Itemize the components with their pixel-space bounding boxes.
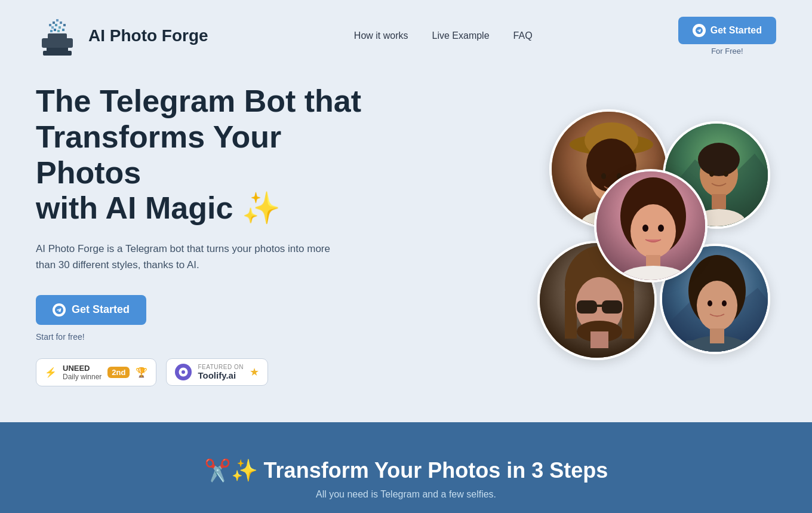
star-icon: ★	[250, 365, 259, 379]
steps-header: ✂️✨ Transform Your Photos in 3 Steps All…	[36, 458, 776, 500]
svg-rect-57	[710, 328, 724, 343]
svg-rect-3	[48, 33, 67, 41]
lightning-icon: ⚡	[45, 367, 57, 378]
svg-rect-12	[62, 29, 64, 31]
svg-rect-7	[60, 21, 62, 24]
svg-rect-44	[622, 291, 634, 339]
toolify-badge[interactable]: FEATURED ON Toolify.ai ★	[166, 358, 267, 386]
steps-section: ✂️✨ Transform Your Photos in 3 Steps All…	[0, 422, 812, 513]
hero-get-started-label: Get Started	[72, 303, 130, 316]
svg-point-32	[709, 171, 714, 177]
header-for-free: For Free!	[711, 47, 743, 56]
main-nav: How it works Live Example FAQ	[354, 30, 533, 41]
svg-rect-6	[56, 19, 59, 21]
logo-icon	[36, 12, 79, 60]
svg-rect-49	[597, 305, 602, 307]
trophy-icon: 🏆	[136, 367, 147, 378]
badges-area: ⚡ UNEED Daily winner 2nd 🏆 FEATURED ON T…	[36, 358, 394, 386]
telegram-icon-hero	[53, 303, 66, 317]
nav-how-it-works[interactable]: How it works	[354, 30, 408, 41]
svg-rect-9	[51, 26, 54, 29]
featured-on-label: FEATURED ON	[198, 364, 243, 370]
svg-rect-4	[49, 24, 51, 26]
header-get-started-button[interactable]: Get Started	[678, 17, 776, 44]
uneed-text: UNEED Daily winner	[63, 364, 102, 381]
nav-faq[interactable]: FAQ	[513, 30, 533, 41]
svg-rect-11	[59, 26, 61, 29]
svg-point-33	[724, 171, 728, 177]
toolify-brand-label: Toolify.ai	[198, 370, 243, 380]
uneed-badge[interactable]: ⚡ UNEED Daily winner 2nd 🏆	[36, 358, 156, 386]
svg-rect-8	[63, 24, 66, 26]
uneed-rank-badge: 2nd	[107, 367, 130, 378]
svg-point-39	[642, 225, 648, 232]
hero-left: The Telegram Bot that Transforms Your Ph…	[36, 84, 394, 386]
svg-rect-10	[55, 24, 57, 26]
uneed-brand-label: UNEED	[63, 364, 102, 373]
svg-rect-13	[50, 30, 53, 32]
hero-get-started-button[interactable]: Get Started	[36, 295, 146, 325]
telegram-icon-header	[693, 24, 706, 37]
hero-section: The Telegram Bot that Transforms Your Ph…	[0, 72, 812, 422]
svg-point-36	[630, 204, 676, 258]
svg-rect-48	[602, 300, 622, 314]
svg-rect-30	[712, 194, 726, 209]
hero-title-line3: with AI Magic ✨	[36, 191, 281, 225]
logo-area: AI Photo Forge	[36, 12, 208, 60]
steps-title: ✂️✨ Transform Your Photos in 3 Steps	[36, 458, 776, 483]
start-for-free-text: Start for free!	[36, 332, 394, 342]
header-cta: Get Started For Free!	[678, 17, 776, 56]
logo-title: AI Photo Forge	[88, 26, 208, 45]
hero-title-line2: Transforms Your Photos	[36, 119, 281, 190]
svg-point-58	[708, 300, 712, 306]
hero-title-line1: The Telegram Bot that	[36, 84, 361, 118]
header: AI Photo Forge How it works Live Example…	[0, 0, 812, 72]
svg-point-54	[697, 281, 737, 331]
svg-rect-14	[54, 29, 56, 31]
header-get-started-label: Get Started	[710, 25, 762, 36]
svg-point-24	[601, 173, 606, 179]
toolify-text: FEATURED ON Toolify.ai	[198, 364, 243, 380]
hero-title: The Telegram Bot that Transforms Your Ph…	[36, 84, 394, 226]
hero-photo-collage	[525, 109, 776, 360]
svg-rect-15	[57, 30, 60, 32]
svg-point-59	[722, 300, 727, 306]
uneed-sub-label: Daily winner	[63, 373, 102, 381]
svg-rect-43	[565, 291, 577, 339]
nav-live-example[interactable]: Live Example	[432, 30, 490, 41]
hero-subtitle: AI Photo Forge is a Telegram bot that tu…	[36, 241, 346, 273]
steps-subtitle: All you need is Telegram and a few selfi…	[36, 489, 776, 500]
svg-rect-50	[590, 331, 608, 348]
steps-icon: ✂️✨	[204, 458, 264, 483]
svg-rect-1	[43, 51, 72, 56]
toolify-icon	[175, 364, 192, 380]
photo-circle-center-woman	[594, 169, 708, 282]
svg-point-40	[658, 225, 664, 232]
svg-rect-5	[53, 21, 55, 24]
svg-point-29	[698, 143, 740, 176]
svg-rect-47	[577, 300, 597, 314]
